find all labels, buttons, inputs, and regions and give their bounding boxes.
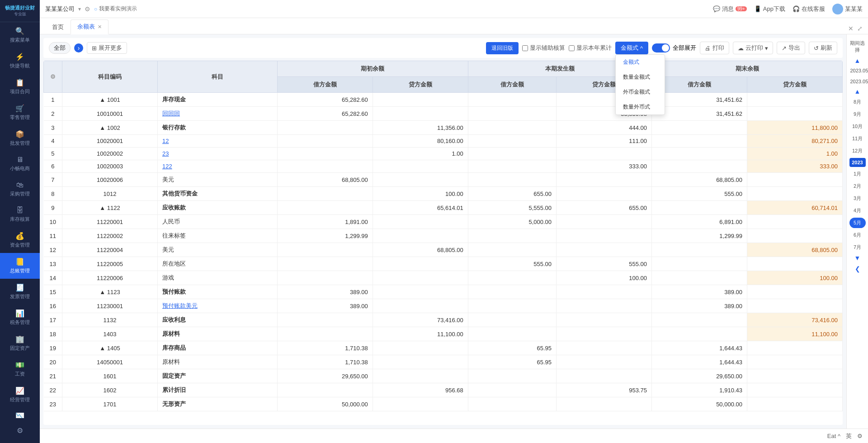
table-row-name[interactable]: 固定资产 bbox=[157, 369, 277, 383]
period-3[interactable]: 3月 bbox=[849, 193, 866, 204]
sidebar-item-invoice[interactable]: 🧾 发票管理 bbox=[0, 279, 40, 305]
tab-maximize-btn[interactable]: ⤢ bbox=[857, 25, 863, 32]
bottom-settings-btn[interactable]: ⚙ bbox=[857, 433, 863, 439]
sidebar-item-inventory[interactable]: 🗄 库存核算 bbox=[0, 202, 40, 227]
table-row-name[interactable]: 23 bbox=[157, 148, 277, 160]
close-credit-cell bbox=[747, 397, 842, 411]
tab-home[interactable]: 首页 bbox=[45, 20, 71, 34]
period-1[interactable]: 1月 bbox=[849, 169, 866, 179]
sidebar-item-contract[interactable]: 📋 项目合同 bbox=[0, 74, 40, 100]
period-2023-05-a[interactable]: 2023.05 bbox=[849, 66, 866, 75]
cur-credit-cell bbox=[557, 215, 652, 229]
expand-all-switch[interactable] bbox=[652, 43, 670, 52]
period-9[interactable]: 9月 bbox=[849, 109, 866, 119]
print-btn[interactable]: 🖨 打印 bbox=[700, 42, 729, 54]
online-service-btn[interactable]: 🎧 在线客服 bbox=[793, 5, 825, 13]
period-8[interactable]: 8月 bbox=[849, 97, 866, 107]
salary-icon: 💵 bbox=[15, 361, 24, 369]
table-row-name: 预付账款 bbox=[157, 285, 277, 299]
sidebar-item-tax[interactable]: 📊 税务管理 bbox=[0, 305, 40, 330]
style-option-qty-amount[interactable]: 数量金额式 bbox=[616, 70, 665, 85]
period-7[interactable]: 7月 bbox=[849, 242, 866, 252]
topbar-gear-icon[interactable]: ⚙ bbox=[85, 5, 90, 13]
sidebar-item-assets[interactable]: 🏢 固定资产 bbox=[0, 330, 40, 356]
style-option-qty-foreign[interactable]: 数量外币式 bbox=[616, 100, 665, 114]
breadcrumb-all[interactable]: 全部 bbox=[49, 42, 71, 54]
period-panel: 期间选择 ▲ 2023.05 2023.05 ▲ 8月 9月 10月 11月 1… bbox=[846, 34, 868, 429]
table-row-no: 23 bbox=[44, 397, 62, 411]
sidebar-item-wholesale[interactable]: 📦 批发管理 bbox=[0, 125, 40, 151]
content-area: 全部 › ⊞ 展开更多 退回旧版 显示辅助核算 bbox=[40, 34, 868, 429]
lang-btn[interactable]: 英 bbox=[846, 432, 852, 440]
period-collapse-btn[interactable]: ❮ bbox=[853, 263, 862, 274]
period-10[interactable]: 10月 bbox=[849, 121, 866, 132]
sidebar-item-ledger[interactable]: 📒 总账管理 bbox=[0, 253, 40, 279]
sidebar-item-capital[interactable]: 💰 资金管理 bbox=[0, 227, 40, 253]
close-debit-cell: 31,451.62 bbox=[652, 107, 747, 121]
period-11[interactable]: 11月 bbox=[849, 133, 866, 144]
tab-close-window-btn[interactable]: ✕ bbox=[848, 25, 854, 32]
cloud-print-btn[interactable]: ☁ 云打印 ▾ bbox=[733, 42, 773, 54]
sidebar-item-purchase[interactable]: 🛍 采购管理 bbox=[0, 176, 40, 202]
style-option-amount[interactable]: 金额式 bbox=[616, 55, 665, 70]
period-4[interactable]: 4月 bbox=[849, 205, 866, 216]
sidebar-item-report[interactable]: 📉 小畅报销 bbox=[0, 408, 40, 418]
tab-close-icon[interactable]: ✕ bbox=[98, 24, 102, 30]
close-debit-cell: 6,891.00 bbox=[652, 215, 747, 229]
close-credit-cell bbox=[747, 285, 842, 299]
sidebar-item-salary[interactable]: 💵 工资 bbox=[0, 356, 40, 382]
company-dropdown-icon[interactable]: ▾ bbox=[78, 6, 81, 12]
period-12[interactable]: 12月 bbox=[849, 146, 866, 156]
table-row-name[interactable]: 原材料 bbox=[157, 327, 277, 341]
period-6[interactable]: 6月 bbox=[849, 230, 866, 240]
sidebar-item-search[interactable]: 🔍 搜索菜单 bbox=[0, 22, 40, 48]
style-label: 金额式 bbox=[621, 44, 638, 52]
settings-gear-icon[interactable]: ⚙ bbox=[13, 423, 27, 438]
style-option-foreign-amount[interactable]: 外币金额式 bbox=[616, 85, 665, 100]
table-row-name[interactable]: 无形资产 bbox=[157, 397, 277, 411]
table-settings-icon[interactable]: ⚙ bbox=[48, 71, 57, 82]
period-2023-05-b[interactable]: 2023.05 bbox=[849, 77, 866, 86]
show-ytd-input[interactable] bbox=[569, 45, 575, 51]
show-ytd-checkbox[interactable]: 显示本年累计 bbox=[569, 44, 612, 52]
ai-btn[interactable]: Eat ^ bbox=[827, 433, 840, 439]
demo-link[interactable]: 我要看实例演示 bbox=[94, 5, 137, 13]
sidebar-item-operation[interactable]: 📈 经营管理 bbox=[0, 382, 40, 408]
table-row-no: 14 bbox=[44, 271, 62, 285]
message-btn[interactable]: 💬 消息 99+ bbox=[713, 5, 747, 13]
period-5[interactable]: 5月 bbox=[849, 218, 866, 228]
period-2[interactable]: 2月 bbox=[849, 181, 866, 191]
expand-all-toggle[interactable]: 全部展开 bbox=[652, 43, 696, 52]
user-avatar-btn[interactable]: 某某某 bbox=[832, 4, 863, 14]
table-row-name[interactable]: 122 bbox=[157, 160, 277, 173]
cur-credit-cell bbox=[557, 313, 652, 327]
expand-more-btn[interactable]: ⊞ 展开更多 bbox=[87, 42, 127, 54]
open-credit-cell bbox=[373, 257, 468, 271]
tab-balance[interactable]: 余额表 ✕ bbox=[71, 19, 108, 34]
return-old-version-btn[interactable]: 退回旧版 bbox=[486, 42, 519, 54]
refresh-btn[interactable]: ↺ 刷新 bbox=[809, 42, 837, 54]
table-row-name[interactable]: 其他货币资金 bbox=[157, 187, 277, 201]
sidebar-item-quicknav[interactable]: ⚡ 快捷导航 bbox=[0, 48, 40, 74]
table-row-name[interactable]: 12 bbox=[157, 135, 277, 148]
sidebar-item-retail[interactable]: 🛒 零售管理 bbox=[0, 100, 40, 125]
period-nav-down[interactable]: ▼ bbox=[854, 254, 861, 262]
table-row-name[interactable]: 回回回 bbox=[157, 107, 277, 121]
breadcrumb-nav-icon[interactable]: › bbox=[74, 43, 83, 52]
export-btn[interactable]: ↗ 导出 bbox=[777, 42, 805, 54]
table-row-name[interactable]: 应收利息 bbox=[157, 313, 277, 327]
table-row-no: 8 bbox=[44, 187, 62, 201]
table-row-name[interactable]: 累计折旧 bbox=[157, 383, 277, 397]
show-assist-checkbox[interactable]: 显示辅助核算 bbox=[522, 44, 565, 52]
table-row-name[interactable]: 预付账款美元 bbox=[157, 299, 277, 313]
settings-col-header: ⚙ bbox=[44, 61, 62, 93]
sidebar-item-ecommerce[interactable]: 🖥 小畅电商 bbox=[0, 151, 40, 176]
close-debit-cell: 1,299.99 bbox=[652, 229, 747, 243]
period-year-2023[interactable]: 2023 bbox=[849, 158, 866, 167]
style-btn[interactable]: 金额式 ^ bbox=[615, 42, 648, 54]
period-nav-up[interactable]: ▲ bbox=[854, 57, 861, 64]
show-assist-input[interactable] bbox=[522, 45, 528, 51]
sidebar-settings[interactable]: ⚙ bbox=[9, 418, 31, 443]
app-download-btn[interactable]: 📱 App下载 bbox=[754, 5, 785, 13]
period-nav-up2[interactable]: ▲ bbox=[854, 88, 861, 95]
